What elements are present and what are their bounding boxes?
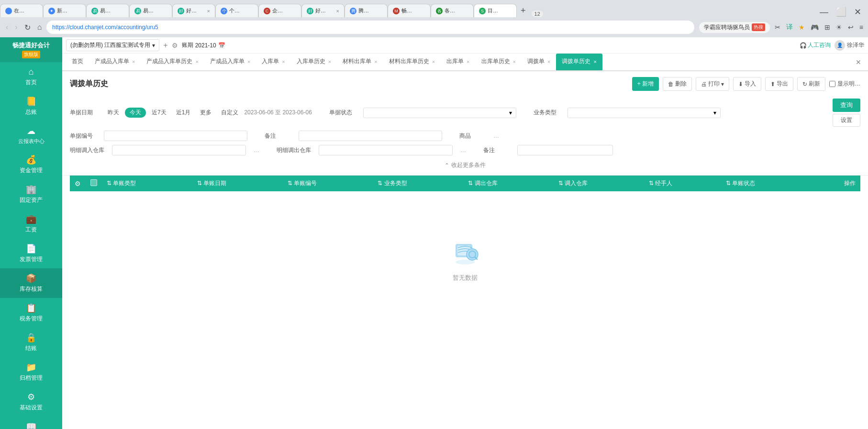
sidebar-item-fixed-assets[interactable]: 🏢 固定资产 (0, 179, 62, 209)
th-status[interactable]: ⇅ 单账状态 (721, 176, 812, 191)
browser-tab-7[interactable]: C 企… (258, 4, 301, 17)
tab-stock-out-history[interactable]: 出库单历史 × (476, 54, 522, 70)
select-all-checkbox[interactable] (90, 179, 97, 186)
reload-button[interactable]: ↻ (22, 22, 33, 33)
tab-close-transfer-history[interactable]: × (593, 59, 596, 65)
import-button[interactable]: ⬇ 导入 (733, 77, 761, 91)
browser-tab-11[interactable]: 各 各… (431, 4, 474, 17)
status-dropdown[interactable]: ▾ (363, 108, 516, 118)
date-1month[interactable]: 近1月 (172, 108, 195, 118)
star-icon[interactable]: ★ (798, 22, 806, 32)
th-settings[interactable]: ⚙ (70, 176, 86, 191)
tab-close-transfer[interactable]: × (547, 59, 550, 65)
date-more[interactable]: 更多 (196, 108, 215, 118)
address-input[interactable] (46, 21, 694, 34)
detail-out-picker[interactable]: … (460, 147, 466, 154)
tab-stock-in-history[interactable]: 入库单历史 × (291, 54, 337, 70)
new-tab-button[interactable]: + (517, 4, 530, 17)
undo-icon[interactable]: ↩ (847, 22, 855, 32)
sidebar-item-invoice[interactable]: 📄 发票管理 (0, 239, 62, 268)
browser-tab-2[interactable]: ✦ 新… (43, 4, 86, 17)
translate-icon[interactable]: 译 (785, 22, 794, 33)
tab-close-material-out-history[interactable]: × (432, 59, 435, 65)
sidebar-item-fund[interactable]: 💰 资金管理 (0, 150, 62, 179)
light-icon[interactable]: ☀ (835, 22, 843, 32)
sidebar-item-closing[interactable]: 🔒 结账 (0, 328, 62, 357)
tab-product-in-2[interactable]: 产成品入库单 × (204, 54, 256, 70)
detail-in-picker[interactable]: … (254, 147, 259, 154)
cut-icon[interactable]: ✂ (774, 22, 781, 32)
biz-type-dropdown[interactable]: ▾ (568, 108, 721, 118)
date-today[interactable]: 今天 (125, 108, 146, 118)
game-icon[interactable]: 🎮 (810, 22, 820, 32)
tab-close-material-out[interactable]: × (374, 59, 377, 65)
print-button[interactable]: 🖨 打印 ▾ (696, 77, 729, 91)
sidebar-item-guide[interactable]: 📖 新手引导 (0, 417, 62, 429)
collapse-filter-button[interactable]: ⌃ 收起更多条件 (70, 159, 860, 171)
back-button[interactable]: ‹ (4, 22, 10, 33)
note-input[interactable] (517, 145, 613, 155)
display-toggle-checkbox[interactable] (829, 81, 835, 87)
date-yesterday[interactable]: 昨天 (104, 108, 123, 118)
maximize-button[interactable]: ⬜ (833, 7, 849, 17)
th-type[interactable]: ⇅ 单账类型 (102, 176, 192, 191)
tab-close-stock-out[interactable]: × (467, 59, 469, 65)
th-biz-type[interactable]: ⇅ 业务类型 (373, 176, 463, 191)
close-window-button[interactable]: ✕ (851, 7, 864, 17)
sidebar-logo[interactable]: 畅捷通好会计 旗舰版 (0, 37, 62, 62)
settings-icon-topbar[interactable]: ⚙ (172, 42, 178, 49)
forward-button[interactable]: › (13, 22, 19, 33)
tab-close-product-in[interactable]: × (132, 59, 135, 65)
tab-home[interactable]: 首页 (66, 54, 89, 70)
th-out-warehouse[interactable]: ⇅ 调出仓库 (463, 176, 554, 191)
sidebar-item-inventory[interactable]: 📦 库存核算 (0, 268, 62, 298)
browser-tab-12[interactable]: S 目… (474, 4, 517, 17)
company-selector[interactable]: (勿删勿禁用) 江西服宝测试专用 ▾ (66, 39, 159, 51)
tab-close-product-in-history[interactable]: × (195, 59, 198, 65)
display-toggle[interactable]: 显示明… (829, 80, 860, 88)
tab-product-in-history[interactable]: 产成品入库单历史 × (141, 54, 204, 70)
delete-button[interactable]: 🗑 删除 (663, 77, 692, 91)
tab-close-stock-out-history[interactable]: × (513, 59, 516, 65)
browser-tab-5[interactable]: 好 好… × (172, 4, 215, 17)
period-selector[interactable]: 账期 2021-10 📅 (182, 41, 225, 49)
grid-icon[interactable]: ⊞ (823, 22, 831, 32)
voucher-no-input[interactable] (104, 131, 247, 141)
minimize-button[interactable]: — (817, 7, 831, 17)
browser-tab-4[interactable]: 易 易… (129, 4, 172, 17)
sidebar-item-home[interactable]: ⌂ 首页 (0, 62, 62, 91)
tab-material-out[interactable]: 材料出库单 × (337, 54, 383, 70)
date-custom[interactable]: 自定义 (217, 108, 242, 118)
browser-tab-6[interactable]: 个 个… (215, 4, 258, 17)
export-button[interactable]: ⬆ 导出 (765, 77, 793, 91)
sidebar-item-cloud-report[interactable]: ☁ 云报表中心 (0, 121, 62, 150)
service-button[interactable]: 🎧 人工咨询 (800, 41, 831, 49)
filter-settings-button[interactable]: 设置 (833, 114, 860, 127)
sidebar-item-ledger[interactable]: 📒 总账 (0, 91, 62, 121)
sidebar-item-wage[interactable]: 💼 工资 (0, 209, 62, 239)
remark-input[interactable] (299, 131, 442, 141)
menu-icon[interactable]: ≡ (858, 22, 864, 32)
detail-in-input[interactable] (112, 145, 246, 155)
refresh-button[interactable]: ↻ 刷新 (797, 77, 825, 91)
th-in-warehouse[interactable]: ⇅ 调入仓库 (554, 176, 644, 191)
browser-tab-8[interactable]: 好 好… × (301, 4, 345, 17)
new-button[interactable]: + 新增 (632, 77, 659, 91)
tab-count[interactable]: 12 (532, 11, 543, 17)
tab-material-out-history[interactable]: 材料出库单历史 × (383, 54, 441, 70)
tab-close-product-in-2[interactable]: × (247, 59, 250, 65)
browser-tab-3[interactable]: 易 易… (86, 4, 129, 17)
user-info[interactable]: 👤 徐泽华 (835, 40, 864, 51)
query-button[interactable]: 查询 (833, 99, 860, 112)
table-settings-icon[interactable]: ⚙ (75, 180, 81, 187)
tab-stock-out[interactable]: 出库单 × (441, 54, 475, 70)
browser-tab-1[interactable]: 在… (0, 4, 43, 17)
date-7days[interactable]: 近7天 (148, 108, 170, 118)
sidebar-item-archive[interactable]: 📁 归档管理 (0, 357, 62, 387)
sidebar-item-basic[interactable]: ⚙ 基础设置 (0, 387, 62, 417)
tab-product-in[interactable]: 产成品入库单 × (89, 54, 141, 70)
tab-transfer-history[interactable]: 调拨单历史 × (556, 54, 602, 70)
th-no[interactable]: ⇅ 单账编号 (283, 176, 373, 191)
th-operator[interactable]: ⇅ 经手人 (644, 176, 721, 191)
tab-close-stock-in[interactable]: × (282, 59, 285, 65)
